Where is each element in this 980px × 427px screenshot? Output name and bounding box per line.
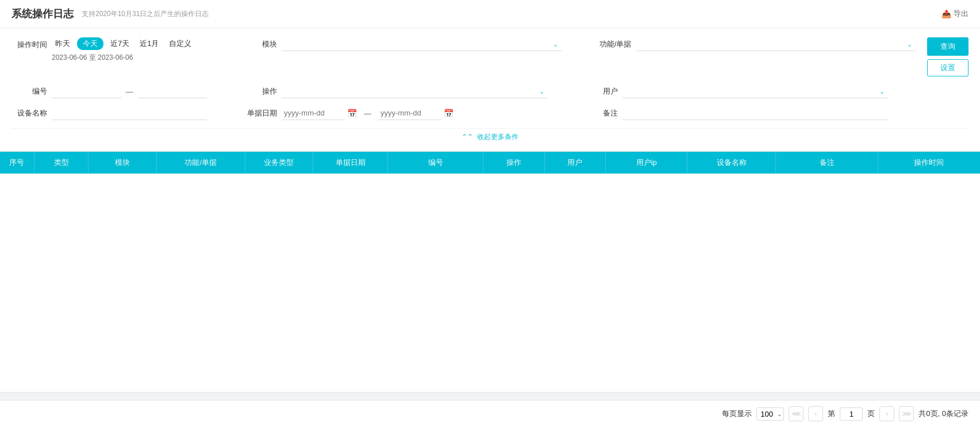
page-label: 第 (828, 409, 835, 419)
page-wrapper: 系统操作日志 支持2020年10月31日之后产生的操作日志 📤 导出 操作时间 … (0, 0, 980, 427)
filter-row-1: 操作时间 昨天 今天 近7天 近1月 自定义 2023-06-06 至 2023… (11, 37, 969, 76)
export-button[interactable]: 📤 导出 (941, 9, 969, 19)
settings-button[interactable]: 设置 (927, 59, 969, 76)
col-date: 单据日期 (313, 152, 388, 174)
col-code: 编号 (388, 152, 483, 174)
time-filter-section: 操作时间 昨天 今天 近7天 近1月 自定义 2023-06-06 至 2023… (11, 37, 207, 63)
col-remark: 备注 (776, 152, 878, 174)
col-index: 序号 (0, 152, 34, 174)
operation-filter: 操作 ⌄ (241, 84, 548, 98)
user-dropdown[interactable] (622, 84, 889, 98)
col-user: 用户 (544, 152, 606, 174)
date-start-input[interactable] (282, 106, 345, 120)
remark-label: 备注 (582, 108, 622, 118)
page-header: 系统操作日志 支持2020年10月31日之后产生的操作日志 📤 导出 (0, 0, 980, 28)
user-filter: 用户 ⌄ (582, 84, 889, 98)
export-label: 导出 (954, 9, 969, 19)
function-dropdown[interactable] (636, 37, 916, 51)
date-label: 单据日期 (241, 108, 282, 118)
date-range-input: 📅 — 📅 (282, 106, 454, 120)
module-label: 模块 (241, 39, 282, 49)
time-btn-7days[interactable]: 近7天 (107, 37, 133, 50)
last-page-button[interactable]: ⋙ (899, 406, 914, 421)
data-table: 序号 类型 模块 功能/单据 业务类型 单据日期 编号 操作 用户 用户ip 设… (0, 152, 980, 174)
remark-input[interactable] (622, 106, 889, 120)
user-select[interactable]: ⌄ (622, 84, 889, 98)
time-btn-yesterday[interactable]: 昨天 (52, 37, 74, 50)
page-size-select[interactable]: 100 10 20 50 (756, 407, 784, 421)
col-module: 模块 (89, 152, 156, 174)
time-date-range: 2023-06-06 至 2023-06-06 (52, 53, 195, 63)
page-input[interactable] (840, 407, 863, 421)
col-biztype: 业务类型 (245, 152, 313, 174)
device-input[interactable] (52, 106, 207, 120)
operation-dropdown[interactable] (282, 84, 548, 98)
col-device: 设备名称 (687, 152, 776, 174)
pagination: 每页显示 100 10 20 50 ⌄ ⋘ ‹ 第 页 › ⋙ 共0页, 0条记… (0, 400, 980, 427)
time-btn-custom[interactable]: 自定义 (166, 37, 195, 50)
col-function: 功能/单据 (156, 152, 245, 174)
time-buttons: 昨天 今天 近7天 近1月 自定义 (52, 37, 195, 50)
code-input-start[interactable] (52, 84, 121, 98)
date-dash: — (364, 109, 371, 118)
query-button[interactable]: 查询 (927, 37, 969, 56)
function-filter: 功能/单据 ⌄ (596, 37, 916, 51)
time-btn-today[interactable]: 今天 (77, 37, 103, 50)
filter-row-2: 编号 — 操作 ⌄ 用户 (11, 84, 969, 98)
export-icon: 📤 (941, 9, 951, 18)
prev-page-button[interactable]: ‹ (808, 406, 823, 421)
col-userip: 用户ip (606, 152, 687, 174)
function-label: 功能/单据 (596, 39, 636, 49)
device-filter: 设备名称 (11, 106, 207, 120)
collapse-label: 收起更多条件 (477, 133, 518, 141)
col-type: 类型 (34, 152, 89, 174)
module-dropdown[interactable] (282, 37, 562, 51)
filter-area: 操作时间 昨天 今天 近7天 近1月 自定义 2023-06-06 至 2023… (0, 28, 980, 152)
operation-select[interactable]: ⌄ (282, 84, 548, 98)
next-page-button[interactable]: › (879, 406, 894, 421)
action-buttons: 查询 设置 (927, 37, 969, 76)
first-page-button[interactable]: ⋘ (789, 406, 804, 421)
calendar-end-icon[interactable]: 📅 (444, 109, 454, 118)
col-optime: 操作时间 (878, 152, 980, 174)
code-filter: 编号 — (11, 84, 207, 98)
scrollbar-area[interactable] (0, 392, 980, 400)
time-label: 操作时间 (11, 37, 52, 50)
remark-filter: 备注 (582, 106, 889, 120)
code-label: 编号 (11, 86, 52, 97)
table-header: 序号 类型 模块 功能/单据 业务类型 单据日期 编号 操作 用户 用户ip 设… (0, 152, 980, 174)
total-info: 共0页, 0条记录 (918, 409, 969, 419)
page-size-wrapper: 100 10 20 50 ⌄ (756, 407, 784, 421)
time-btn-1month[interactable]: 近1月 (136, 37, 162, 50)
page-subtitle: 支持2020年10月31日之后产生的操作日志 (82, 9, 209, 19)
function-select[interactable]: ⌄ (636, 37, 916, 51)
date-filter: 单据日期 📅 — 📅 (241, 106, 548, 120)
code-dash: — (126, 87, 133, 96)
page-suffix: 页 (867, 409, 875, 419)
user-label: 用户 (582, 86, 622, 97)
calendar-start-icon[interactable]: 📅 (347, 109, 357, 118)
page-size-label: 每页显示 (722, 409, 752, 419)
operation-label: 操作 (241, 86, 282, 97)
page-title: 系统操作日志 (11, 7, 74, 21)
table-header-row: 序号 类型 模块 功能/单据 业务类型 单据日期 编号 操作 用户 用户ip 设… (0, 152, 980, 174)
table-area: 序号 类型 模块 功能/单据 业务类型 单据日期 编号 操作 用户 用户ip 设… (0, 152, 980, 392)
device-label: 设备名称 (11, 108, 52, 118)
collapse-row[interactable]: ⌃⌃ 收起更多条件 (11, 128, 969, 145)
filter-row-3: 设备名称 单据日期 📅 — 📅 备注 (11, 106, 969, 120)
module-select[interactable]: ⌄ (282, 37, 562, 51)
col-operation: 操作 (483, 152, 545, 174)
collapse-icon: ⌃⌃ (462, 133, 473, 141)
date-end-input[interactable] (378, 106, 441, 120)
time-options-group: 昨天 今天 近7天 近1月 自定义 2023-06-06 至 2023-06-0… (52, 37, 195, 63)
module-filter: 模块 ⌄ (241, 37, 562, 51)
code-input-end[interactable] (138, 84, 207, 98)
